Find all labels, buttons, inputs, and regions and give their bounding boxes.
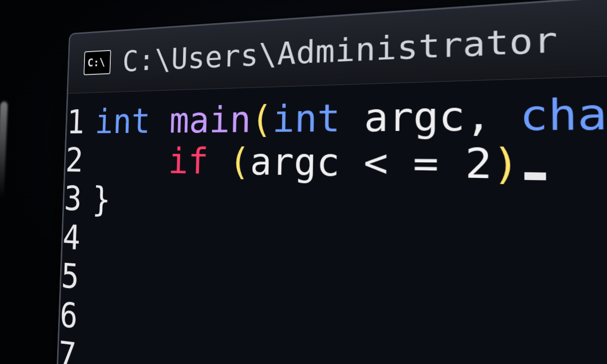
line-number: 3: [64, 179, 82, 218]
keyword-type: char: [519, 88, 607, 141]
paren: (: [229, 141, 251, 184]
identifier: argc: [364, 93, 465, 141]
number-literal: 2: [465, 140, 492, 188]
brace: }: [92, 179, 111, 220]
operator: < =: [363, 140, 439, 188]
keyword-type: int: [95, 101, 151, 142]
function-name: main: [169, 98, 251, 141]
line-number: 7: [58, 335, 77, 364]
identifier: argc: [250, 140, 340, 185]
line-number: 6: [59, 295, 78, 336]
indent: [93, 141, 169, 181]
paren: ): [492, 140, 520, 189]
tab-cmd-title: C:\Users\Administrator: [122, 19, 558, 78]
line-number: 5: [61, 256, 80, 297]
comma: ,: [465, 92, 492, 141]
code-area[interactable]: int main(int argc, char** argv, char if …: [86, 76, 607, 364]
cursor: [525, 172, 546, 180]
stage: C:\ C:\Users\Administrator ✕ PowerShell …: [0, 0, 607, 364]
cmd-icon: C:\: [83, 50, 111, 75]
terminal-window: C:\ C:\Users\Administrator ✕ PowerShell …: [52, 0, 607, 364]
paren: (: [250, 98, 273, 141]
keyword-control: if: [168, 141, 209, 183]
code-editor[interactable]: 1 2 3 4 5 6 7 int main(int argc, char** …: [58, 60, 607, 364]
line-number: 2: [65, 142, 83, 180]
line-number: 4: [62, 218, 81, 258]
bezel-highlight: [0, 102, 8, 223]
line-number: 1: [66, 103, 85, 142]
keyword-type: int: [272, 96, 340, 141]
cmd-icon-label: C:\: [88, 57, 106, 69]
